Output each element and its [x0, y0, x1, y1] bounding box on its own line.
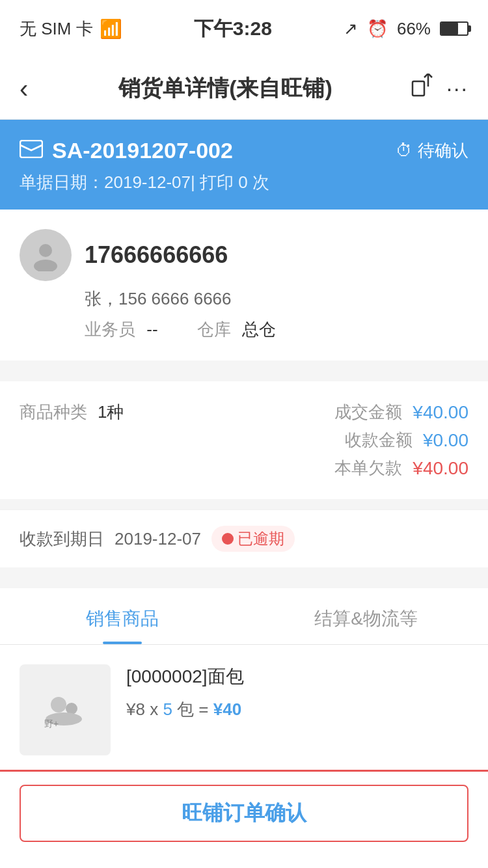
carrier-label: 无 SIM 卡 — [20, 18, 93, 40]
owed-amount-row: 本单欠款 ¥40.00 — [334, 457, 468, 480]
back-button[interactable]: ‹ — [20, 75, 28, 102]
bottom-action: 旺铺订单确认 — [0, 770, 488, 868]
order-icon — [20, 138, 43, 163]
order-status: ⏱ 待确认 — [396, 139, 468, 162]
nav-bar: ‹ 销货单详情(来自旺铺) ··· — [0, 57, 488, 120]
svg-point-5 — [51, 697, 66, 712]
customer-card: 17666666666 张，156 6666 6666 业务员 -- 仓库 总仓 — [0, 210, 488, 360]
order-number: SA-20191207-002 — [20, 138, 233, 163]
svg-point-4 — [34, 260, 57, 271]
overdue-label: 已逾期 — [237, 528, 284, 549]
svg-point-3 — [39, 244, 52, 257]
wifi-icon: 📶 — [100, 18, 122, 40]
received-amount-row: 收款金额 ¥0.00 — [345, 429, 468, 452]
customer-meta: 业务员 -- 仓库 总仓 — [85, 318, 468, 341]
svg-text:野+: 野+ — [44, 718, 59, 729]
product-info: [0000002]面包 ¥8 x 5 包 = ¥40 — [126, 664, 468, 755]
divider-1 — [0, 371, 488, 381]
customer-name: 张，156 6666 6666 — [85, 288, 468, 310]
alarm-icon: ⏰ — [367, 19, 388, 39]
summary-grid: 商品种类 1种 成交金额 ¥40.00 收款金额 ¥0.00 本单欠款 ¥40.… — [20, 401, 468, 480]
overdue-dot — [222, 533, 234, 545]
location-icon: ↗ — [344, 19, 358, 39]
due-date-label: 收款到期日 — [20, 528, 104, 550]
clock-icon: ⏱ — [396, 141, 413, 161]
tab-products[interactable]: 销售商品 — [0, 588, 244, 644]
overdue-badge: 已逾期 — [211, 526, 295, 552]
tabs: 销售商品 结算&物流等 — [0, 588, 488, 645]
summary-left: 商品种类 1种 — [20, 401, 124, 424]
table-row: 野+ [0000002]面包 ¥8 x 5 包 = ¥40 — [0, 645, 488, 776]
tab-settlement[interactable]: 结算&物流等 — [244, 588, 488, 644]
product-thumbnail: 野+ — [20, 664, 111, 755]
product-price: ¥8 x 5 包 = ¥40 — [126, 698, 468, 721]
nav-actions: ··· — [410, 74, 468, 103]
avatar — [20, 229, 72, 281]
order-date-row: 单据日期：2019-12-07| 打印 0 次 — [20, 171, 468, 194]
status-left: 无 SIM 卡 📶 — [20, 18, 122, 40]
warehouse-info: 仓库 总仓 — [197, 318, 276, 341]
svg-rect-0 — [413, 81, 424, 96]
page-title: 销货单详情(来自旺铺) — [41, 74, 409, 103]
order-header-top: SA-20191207-002 ⏱ 待确认 — [20, 138, 468, 163]
customer-phone: 17666666666 — [85, 241, 228, 269]
product-list: 野+ [0000002]面包 ¥8 x 5 包 = ¥40 — [0, 645, 488, 776]
divider-2 — [0, 578, 488, 588]
svg-rect-2 — [20, 141, 42, 157]
due-date-row: 收款到期日 2019-12-07 已逾期 — [0, 509, 488, 567]
sales-info: 业务员 -- — [85, 318, 158, 341]
status-bar: 无 SIM 卡 📶 下午3:28 ↗ ⏰ 66% — [0, 0, 488, 57]
share-icon[interactable] — [410, 74, 433, 103]
item-type-row: 商品种类 1种 — [20, 401, 124, 424]
summary-card: 商品种类 1种 成交金额 ¥40.00 收款金额 ¥0.00 本单欠款 ¥40.… — [0, 381, 488, 499]
summary-right: 成交金额 ¥40.00 收款金额 ¥0.00 本单欠款 ¥40.00 — [334, 401, 468, 480]
status-right: ↗ ⏰ 66% — [344, 19, 468, 39]
order-header: SA-20191207-002 ⏱ 待确认 单据日期：2019-12-07| 打… — [0, 120, 488, 210]
more-icon[interactable]: ··· — [446, 75, 468, 101]
product-name: [0000002]面包 — [126, 664, 468, 689]
time-display: 下午3:28 — [194, 16, 272, 42]
customer-row: 17666666666 — [20, 229, 468, 281]
due-date-value: 2019-12-07 — [115, 529, 201, 549]
battery-label: 66% — [397, 19, 431, 39]
deal-amount-row: 成交金额 ¥40.00 — [334, 401, 468, 424]
battery-icon — [440, 21, 468, 36]
confirm-order-button[interactable]: 旺铺订单确认 — [20, 785, 468, 842]
